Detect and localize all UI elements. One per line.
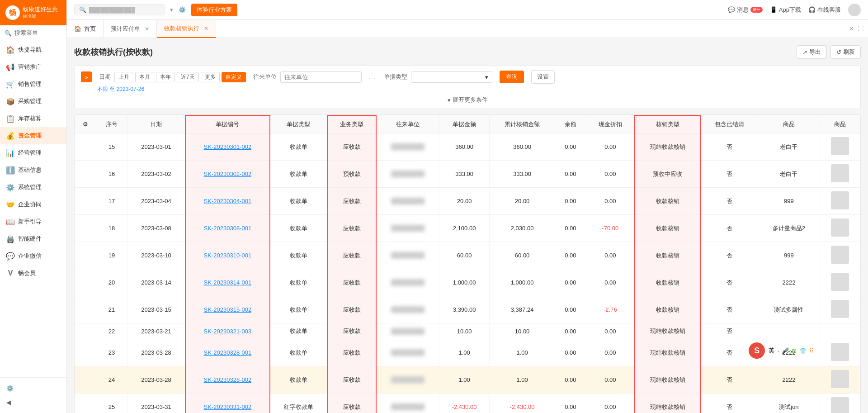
sidebar-item-marketing[interactable]: 📢 营销推广	[0, 58, 66, 76]
cell-seq: 15	[96, 133, 127, 161]
cell-goods1: 2222	[758, 339, 820, 366]
sidebar-item-guide[interactable]: 📖 新手引导	[0, 213, 66, 230]
cell-doc-type: 收款单	[270, 366, 327, 394]
cell-seq: 18	[96, 215, 127, 242]
search-menu-item[interactable]: 🔍 搜索菜单	[0, 25, 66, 41]
sidebar-item-purchase[interactable]: 📦 采购管理	[0, 93, 66, 110]
topbar-search[interactable]: 🔍 ████████████	[74, 4, 165, 15]
filter-collapse-btn[interactable]: »	[81, 71, 92, 82]
date-btn-this-month[interactable]: 本月	[135, 72, 154, 82]
cell-doc-type: 收款单	[270, 323, 327, 339]
search-menu-label: 搜索菜单	[14, 29, 38, 37]
cell-doc-no[interactable]: SK-20230315-002	[185, 296, 270, 323]
cell-date: 2023-03-10	[127, 242, 185, 269]
cell-goods2	[820, 394, 860, 413]
messages-btn[interactable]: 💬 消息 99+	[728, 6, 763, 14]
cell-doc-no[interactable]: SK-20230314-001	[185, 269, 270, 296]
table-row: 22 2023-03-21 SK-20230321-003 收款单 应收款 ██…	[75, 323, 860, 339]
cell-doc-type: 收款单	[270, 339, 327, 366]
cell-date: 2023-03-31	[127, 394, 185, 413]
expand-conditions-btn[interactable]: ▾ 展开更多条件	[81, 96, 854, 104]
sidebar-collapse[interactable]: ◀	[0, 395, 66, 409]
receipt-type-select[interactable]: ▾	[411, 71, 492, 83]
table-row: 18 2023-03-08 SK-20230308-001 收款单 应收款 ██…	[75, 215, 860, 242]
tab-verify-close[interactable]: ✕	[204, 25, 208, 32]
sidebar-item-member[interactable]: V 畅会员	[0, 265, 66, 282]
cell-settings	[75, 296, 96, 323]
gear-icon[interactable]: ⚙️	[179, 6, 186, 13]
sidebar-settings[interactable]: ⚙️	[0, 381, 66, 395]
cell-doc-no[interactable]: SK-20230304-001	[185, 188, 270, 215]
export-btn[interactable]: ↗ 导出	[797, 45, 827, 59]
date-btn-this-year[interactable]: 本年	[156, 72, 175, 82]
cell-seq: 25	[96, 394, 127, 413]
sidebar-item-quicknav[interactable]: 🏠 快捷导航	[0, 41, 66, 58]
home-icon: 🏠	[74, 25, 81, 32]
cell-doc-no[interactable]: SK-20230328-002	[185, 366, 270, 394]
cell-date: 2023-03-08	[127, 215, 185, 242]
cell-include-settled: 否	[701, 339, 758, 366]
sidebar-item-system[interactable]: ⚙️ 系统管理	[0, 179, 66, 196]
cell-balance: 0.00	[555, 188, 586, 215]
table-row: 20 2023-03-14 SK-20230314-001 收款单 应收款 ██…	[75, 269, 860, 296]
partner-label: 往来单位	[253, 73, 277, 81]
tab-payable[interactable]: 预计应付单 ✕	[104, 20, 157, 38]
dropdown-arrow-icon[interactable]: ▾	[170, 6, 173, 13]
refresh-icon: ↺	[836, 49, 841, 56]
partner-input[interactable]	[280, 71, 362, 83]
sidebar-item-enterprise[interactable]: 🤝 企业协同	[0, 196, 66, 213]
cell-settings	[75, 188, 96, 215]
date-btn-7days[interactable]: 近7天	[177, 72, 199, 82]
cell-doc-no[interactable]: SK-20230310-001	[185, 242, 270, 269]
close-icon[interactable]: ✕	[849, 25, 854, 32]
date-btn-last-month[interactable]: 上月	[114, 72, 133, 82]
tab-verify[interactable]: 收款核销执行 ✕	[157, 20, 216, 38]
industry-btn[interactable]: 体验行业方案	[191, 4, 237, 16]
user-avatar[interactable]	[848, 4, 861, 16]
date-btn-more[interactable]: 更多	[201, 72, 220, 82]
support-btn[interactable]: 🎧 在线客服	[808, 6, 841, 14]
settings-btn[interactable]: 设置	[531, 70, 555, 84]
table-row: 17 2023-03-04 SK-20230304-001 收款单 应收款 ██…	[75, 188, 860, 215]
purchase-icon: 📦	[6, 97, 14, 105]
maximize-icon[interactable]: ⛶	[858, 25, 863, 32]
cell-doc-no[interactable]: SK-20230301-002	[185, 133, 270, 161]
cell-goods2	[820, 339, 860, 366]
cell-cash-discount: 0.00	[586, 339, 635, 366]
tab-payable-close[interactable]: ✕	[145, 26, 149, 32]
cell-partner: ████████	[376, 366, 439, 394]
app-download-btn[interactable]: 📱 App下载	[770, 6, 801, 14]
search-placeholder: ████████████	[89, 7, 135, 13]
sidebar-item-capital[interactable]: 💰 资金管理	[0, 127, 66, 144]
cell-biz-type: 应收款	[327, 188, 376, 215]
cell-doc-no[interactable]: SK-20230321-003	[185, 323, 270, 339]
system-icon: ⚙️	[6, 183, 14, 191]
date-btn-custom[interactable]: 自定义	[222, 72, 246, 82]
sidebar-item-basic[interactable]: ℹ️ 基础信息	[0, 161, 66, 179]
cell-doc-no[interactable]: SK-20230331-002	[185, 394, 270, 413]
sidebar-item-operations[interactable]: 📊 经营管理	[0, 144, 66, 161]
cell-doc-no[interactable]: SK-20230308-001	[185, 215, 270, 242]
cell-settings	[75, 339, 96, 366]
col-settings[interactable]: ⚙	[75, 115, 96, 133]
cell-amount: 2,100.00	[439, 215, 490, 242]
cell-biz-type: 预收款	[327, 161, 376, 188]
tab-verify-label: 收款核销执行	[164, 24, 199, 33]
cell-goods1: 测试jun	[758, 394, 820, 413]
sidebar-item-inventory[interactable]: 📋 库存核算	[0, 110, 66, 127]
sidebar-item-wechat[interactable]: 💬 企业微信	[0, 247, 66, 265]
sidebar-item-hardware[interactable]: 🖨️ 智能硬件	[0, 230, 66, 247]
cell-doc-no[interactable]: SK-20230328-001	[185, 339, 270, 366]
cell-biz-type: 应收款	[327, 339, 376, 366]
refresh-btn[interactable]: ↺ 刷新	[830, 45, 861, 59]
query-btn[interactable]: 查询	[500, 71, 524, 83]
sidebar-item-sales[interactable]: 🛒 销售管理	[0, 76, 66, 93]
tab-home[interactable]: 🏠 首页	[67, 20, 104, 38]
cell-goods2	[820, 323, 860, 339]
cell-doc-no[interactable]: SK-20230302-002	[185, 161, 270, 188]
receipt-type-filter-group: 单据类型 ▾	[384, 71, 492, 83]
marketing-icon: 📢	[6, 63, 14, 71]
filter-dots: ...	[369, 74, 377, 81]
table-row: 24 2023-03-28 SK-20230328-002 收款单 应收款 ██…	[75, 366, 860, 394]
receipt-type-label: 单据类型	[384, 73, 407, 81]
